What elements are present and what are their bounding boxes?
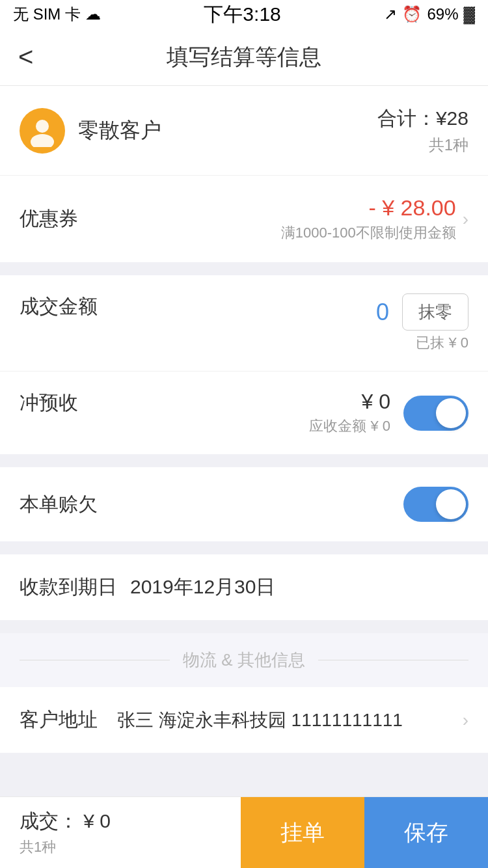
customer-row: 零散客户 合计：¥28 共1种: [0, 86, 488, 175]
deal-section: 成交金额 0 抹零 已抹 ¥ 0 冲预收 ¥ 0 应收金额 ¥ 0: [0, 275, 488, 454]
zero-button[interactable]: 抹零: [402, 293, 468, 331]
location-icon: ↗: [384, 5, 397, 23]
due-date-label: 收款到期日: [20, 574, 117, 601]
customer-left: 零散客户: [20, 108, 161, 154]
divider-line-right: [318, 660, 468, 660]
coupon-label: 优惠券: [20, 206, 78, 232]
prepay-sub: 应收金额 ¥ 0: [309, 416, 390, 436]
battery-icon: ▓: [463, 5, 475, 23]
deal-label: 成交金额: [20, 293, 124, 320]
deal-amount: 0: [376, 299, 389, 325]
due-date-value: 2019年12月30日: [130, 574, 275, 601]
deal-right: 0 抹零: [376, 293, 468, 331]
arrear-label: 本单赊欠: [20, 491, 98, 518]
battery-label: 69%: [427, 5, 458, 23]
prepay-amounts: ¥ 0 应收金额 ¥ 0: [309, 390, 390, 436]
bottom-summary: 成交： ¥ 0 共1种: [0, 808, 241, 857]
status-right: ↗ ⏰ 69% ▓: [384, 5, 475, 23]
arrear-toggle-circle: [436, 489, 466, 519]
arrear-toggle[interactable]: [403, 487, 468, 522]
bottom-deal-text: 成交：: [20, 810, 78, 832]
divider-text: 物流 & 其他信息: [183, 649, 305, 671]
chevron-right-icon: ›: [463, 209, 468, 230]
due-date-section: 收款到期日 2019年12月30日: [0, 554, 488, 620]
prepay-row: 冲预收 ¥ 0 应收金额 ¥ 0: [0, 372, 488, 454]
coupon-amount: - ¥ 28.00: [281, 195, 456, 221]
coupon-row[interactable]: 优惠券 - ¥ 28.00 满1000-100不限制使用金额 ›: [0, 175, 488, 262]
arrear-section: 本单赊欠: [0, 467, 488, 541]
address-value: 张三 海淀永丰科技园 11111111111: [117, 708, 463, 733]
svg-point-0: [36, 120, 49, 133]
coupon-info: - ¥ 28.00 满1000-100不限制使用金额: [281, 195, 456, 243]
address-row[interactable]: 客户地址 张三 海淀永丰科技园 11111111111 ›: [0, 687, 488, 753]
deal-row: 成交金额 0 抹零 已抹 ¥ 0: [0, 275, 488, 372]
bottom-deal-label: 成交： ¥ 0: [20, 808, 241, 835]
address-section: 客户地址 张三 海淀永丰科技园 11111111111 ›: [0, 687, 488, 753]
prepay-amount: ¥ 0: [362, 390, 390, 414]
svg-point-1: [31, 134, 54, 147]
nav-bar: < 填写结算等信息: [0, 29, 488, 86]
total-amount: 合计：¥28: [377, 105, 468, 132]
customer-section: 零散客户 合计：¥28 共1种 优惠券 - ¥ 28.00 满1000-100不…: [0, 86, 488, 262]
customer-name: 零散客户: [78, 116, 161, 145]
address-chevron-icon: ›: [463, 710, 468, 731]
customer-right: 合计：¥28 共1种: [377, 105, 468, 156]
bottom-bar: 成交： ¥ 0 共1种 挂单 保存: [0, 796, 488, 868]
prepay-right: ¥ 0 应收金额 ¥ 0: [309, 390, 468, 436]
sim-label: 无 SIM 卡 ☁: [13, 4, 101, 25]
coupon-right: - ¥ 28.00 满1000-100不限制使用金额 ›: [281, 195, 468, 243]
prepay-label: 冲预收: [20, 390, 124, 416]
status-left: 无 SIM 卡 ☁: [13, 4, 101, 25]
total-count: 共1种: [377, 135, 468, 156]
toggle-circle: [436, 398, 466, 428]
page-title: 填写结算等信息: [167, 42, 321, 72]
deal-amount-col: 0: [376, 299, 389, 326]
address-chevron: ›: [463, 710, 468, 731]
divider-section: 物流 & 其他信息: [0, 633, 488, 687]
status-time: 下午3:18: [204, 1, 280, 28]
prepay-toggle[interactable]: [403, 396, 468, 431]
avatar: [20, 108, 65, 154]
coupon-desc: 满1000-100不限制使用金额: [281, 223, 456, 243]
back-button[interactable]: <: [18, 42, 33, 72]
divider-line-left: [20, 660, 170, 660]
deal-sub: 已抹 ¥ 0: [376, 333, 468, 353]
bottom-deal-amount: ¥ 0: [83, 810, 111, 832]
hang-order-button[interactable]: 挂单: [241, 797, 364, 869]
save-button[interactable]: 保存: [364, 797, 488, 869]
address-label: 客户地址: [20, 707, 104, 733]
alarm-icon: ⏰: [402, 5, 422, 23]
status-bar: 无 SIM 卡 ☁ 下午3:18 ↗ ⏰ 69% ▓: [0, 0, 488, 29]
bottom-count: 共1种: [20, 837, 241, 857]
